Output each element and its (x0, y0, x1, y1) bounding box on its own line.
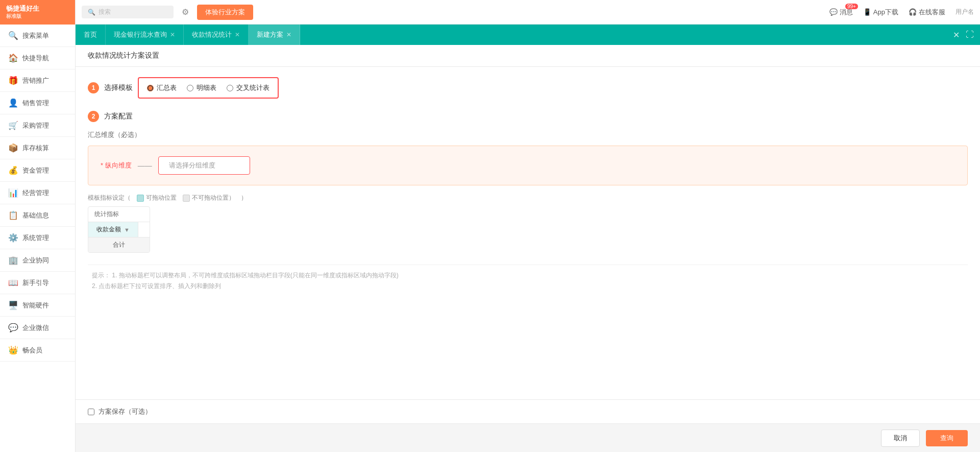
sidebar-item-member[interactable]: 👑 畅会员 (0, 339, 75, 362)
notification-btn[interactable]: 💬 消息 99+ (829, 8, 853, 17)
sidebar-item-label: 搜索菜单 (22, 31, 49, 40)
tip-1: 提示： 1. 拖动标题栏可以调整布局，不可跨维度或指标区域拖动栏目字段(只能在同… (88, 271, 968, 280)
tab-bank-query[interactable]: 现金银行流水查询 ✕ (106, 25, 184, 45)
sidebar-item-label: 销售管理 (22, 99, 49, 108)
settings-icon[interactable]: ⚙ (182, 7, 189, 17)
metrics-table: 统计指标 收款金额 ▼ 合计 (88, 206, 150, 253)
save-checkbox[interactable] (88, 409, 94, 415)
crown-icon: 👑 (8, 345, 18, 355)
dimension-group-title: 汇总维度（必选） (88, 130, 968, 139)
industry-btn[interactable]: 体验行业方案 (197, 5, 253, 20)
sidebar-item-smart-hw[interactable]: 🖥️ 智能硬件 (0, 294, 75, 317)
tip-2: 2. 点击标题栏下拉可设置排序、插入列和删除列 (88, 282, 968, 291)
download-label: App下载 (873, 8, 898, 17)
sidebar-item-corp-collab[interactable]: 🏢 企业协同 (0, 249, 75, 272)
message-icon: 💬 (829, 8, 838, 16)
sidebar-item-purchase[interactable]: 🛒 采购管理 (0, 114, 75, 137)
sidebar-item-label: 经营管理 (22, 188, 49, 198)
radio-summary[interactable]: 汇总表 (147, 83, 177, 92)
sidebar-item-finance[interactable]: 💰 资金管理 (0, 159, 75, 182)
sidebar-item-marketing[interactable]: 🎁 营销推广 (0, 69, 75, 92)
template-selector: 汇总表 明细表 交叉统计表 (138, 77, 279, 99)
tab-new-plan[interactable]: 新建方案 ✕ (249, 25, 300, 45)
sidebar-item-wechat[interactable]: 💬 企业微信 (0, 317, 75, 339)
metrics-label: 模板指标设定（ (88, 194, 131, 202)
metric-amount-label: 收款金额 (96, 225, 121, 234)
sidebar-logo: 畅捷通好生 标准版 (0, 0, 75, 25)
radio-detail-input[interactable] (187, 85, 193, 91)
sidebar-item-inventory[interactable]: 📦 库存核算 (0, 137, 75, 159)
tab-new-plan-close[interactable]: ✕ (286, 31, 291, 38)
building-icon: 🏢 (8, 255, 18, 265)
tab-home-label: 首页 (84, 30, 97, 39)
online-service-btn[interactable]: 🎧 在线客服 (909, 8, 945, 17)
arrow-icon: —— (138, 161, 152, 170)
radio-summary-label: 汇总表 (157, 83, 177, 92)
sidebar-item-system[interactable]: ⚙️ 系统管理 (0, 227, 75, 249)
tab-new-plan-label: 新建方案 (257, 30, 283, 39)
cancel-button[interactable]: 取消 (881, 430, 920, 447)
tab-stats[interactable]: 收款情况统计 ✕ (184, 25, 249, 45)
not-draggable-hint-label: 不可拖动位置） (192, 194, 235, 202)
notification-badge: 99+ (845, 4, 858, 9)
vertical-label: * 纵向维度 (101, 161, 132, 170)
service-icon: 🎧 (909, 8, 917, 16)
page-header: 收款情况统计方案设置 (76, 45, 980, 67)
logo-text: 畅捷通好生 (6, 5, 39, 13)
dimension-area: * 纵向维度 —— 请选择分组维度 (88, 146, 968, 185)
tabbar-actions: ✕ ⛶ (947, 25, 980, 45)
radio-summary-input[interactable] (147, 85, 154, 91)
radio-detail-label: 明细表 (197, 83, 216, 92)
sidebar-item-label: 智能硬件 (22, 301, 49, 310)
topbar: 🔍 搜索 ⚙ 体验行业方案 💬 消息 99+ 📱 App下载 🎧 在线客服 用户… (76, 0, 980, 25)
sidebar-item-label: 快捷导航 (22, 54, 49, 63)
home-icon: 🏠 (8, 53, 18, 63)
metric-dropdown-icon[interactable]: ▼ (124, 227, 130, 233)
metrics-section: 模板指标设定（ 可拖动位置 不可拖动位置） ） 统计指标 (88, 194, 968, 254)
sidebar-item-label: 基础信息 (22, 211, 49, 220)
sidebar-item-operation[interactable]: 📊 经营管理 (0, 182, 75, 204)
cart-icon: 🛒 (8, 121, 18, 130)
tab-bank-query-close[interactable]: ✕ (170, 31, 175, 38)
form-area: 1 选择模板 汇总表 明细表 (76, 67, 980, 399)
user-name: 用户名 (955, 8, 974, 16)
query-button[interactable]: 查询 (926, 430, 968, 446)
metric-cell-amount[interactable]: 收款金额 ▼ (88, 222, 138, 237)
monitor-icon: 🖥️ (8, 300, 18, 310)
sidebar-item-search-menu[interactable]: 🔍 搜索菜单 (0, 25, 75, 47)
radio-cross-input[interactable] (227, 85, 233, 91)
topbar-right: 💬 消息 99+ 📱 App下载 🎧 在线客服 用户名 (829, 8, 974, 17)
tab-stats-close[interactable]: ✕ (235, 31, 240, 38)
sidebar-item-label: 资金管理 (22, 166, 49, 175)
app-download-btn[interactable]: 📱 App下载 (863, 8, 898, 17)
sidebar-item-sales[interactable]: 👤 销售管理 (0, 92, 75, 114)
service-label: 在线客服 (919, 8, 945, 17)
radio-cross[interactable]: 交叉统计表 (227, 83, 270, 92)
tab-bank-query-label: 现金银行流水查询 (114, 30, 167, 39)
tab-home[interactable]: 首页 (76, 25, 106, 45)
section2-num: 2 (88, 111, 99, 122)
metrics-row: 收款金额 ▼ (88, 222, 150, 237)
sidebar-item-label: 营销推广 (22, 76, 49, 85)
sidebar-item-quick-nav[interactable]: 🏠 快捷导航 (0, 47, 75, 69)
tab-close-all-icon[interactable]: ✕ (953, 30, 960, 40)
clipboard-icon: 📋 (8, 210, 18, 220)
total-cell: 合计 (88, 237, 150, 252)
dimension-select[interactable]: 请选择分组维度 (158, 156, 250, 175)
tab-expand-icon[interactable]: ⛶ (966, 30, 974, 39)
radio-detail[interactable]: 明细表 (187, 83, 216, 92)
sidebar-item-label: 新手引导 (22, 278, 49, 288)
radio-cross-label: 交叉统计表 (236, 83, 270, 92)
book-icon: 📖 (8, 278, 18, 288)
sidebar-item-label: 系统管理 (22, 233, 49, 243)
section-template: 1 选择模板 汇总表 明细表 (88, 77, 968, 99)
section1-num: 1 (88, 82, 99, 93)
sidebar-item-label: 采购管理 (22, 121, 49, 130)
sidebar: 畅捷通好生 标准版 🔍 搜索菜单 🏠 快捷导航 🎁 营销推广 👤 销售管理 🛒 … (0, 0, 76, 452)
sidebar-item-basic-info[interactable]: 📋 基础信息 (0, 204, 75, 227)
topbar-search-box[interactable]: 🔍 搜索 (82, 6, 174, 18)
tips-area: 提示： 1. 拖动标题栏可以调整布局，不可跨维度或指标区域拖动栏目字段(只能在同… (88, 265, 968, 299)
not-draggable-hint-box (183, 195, 190, 202)
draggable-hint-box (137, 195, 144, 202)
sidebar-item-newbie[interactable]: 📖 新手引导 (0, 272, 75, 294)
